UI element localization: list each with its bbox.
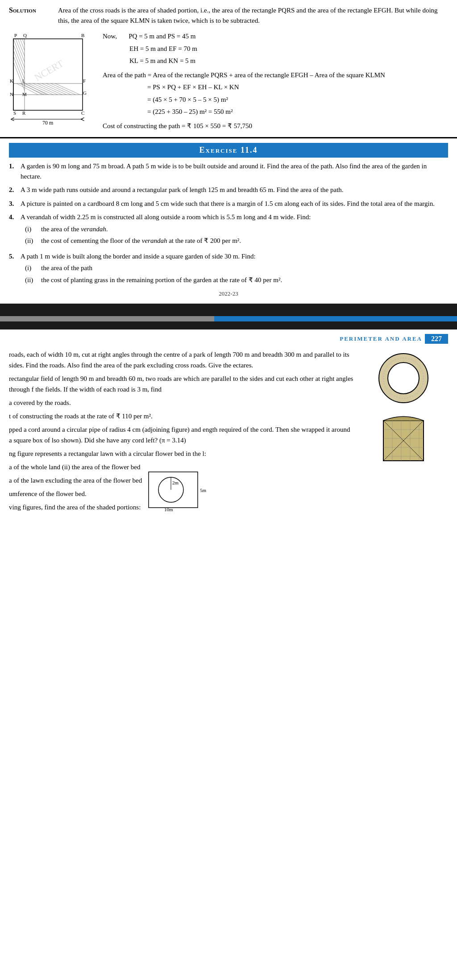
svg-text:2m: 2m — [172, 480, 179, 485]
svg-text:F: F — [83, 78, 86, 83]
lawn-figure-row: a of the whole land (ii) the area of the… — [9, 462, 354, 515]
svg-text:R: R — [22, 110, 26, 116]
svg-text:NCERT: NCERT — [33, 58, 66, 83]
svg-text:P: P — [14, 33, 17, 38]
para-1: roads, each of width 10 m, cut at right … — [9, 349, 354, 371]
bottom-right-figures — [359, 349, 448, 515]
exercise-header: Exercise 11.4 — [9, 143, 448, 158]
svg-text:K: K — [10, 78, 13, 83]
progress-blue — [214, 316, 457, 321]
eq2: = (45 × 5 + 70 × 5 – 5 × 5) m² — [147, 94, 448, 106]
area-statement: Area of the path = Area of the rectangle… — [103, 70, 448, 81]
para-7: a of the whole land (ii) the area of the… — [9, 462, 142, 472]
bottom-paragraphs: roads, each of width 10 m, cut at right … — [9, 349, 354, 515]
q4-sub2-text: the cost of cementing the floor of the v… — [41, 236, 241, 246]
q4-sub1-text: the area of the verandah. — [41, 224, 108, 234]
q5-sublist: (i) the area of the path (ii) the cost o… — [25, 263, 448, 285]
svg-text:C: C — [81, 110, 84, 116]
question-item-1: 1. A garden is 90 m long and 75 m broad.… — [9, 161, 448, 181]
page-topic: PERIMETER AND AREA — [340, 335, 422, 342]
para-10: ving figures, find the area of the shade… — [9, 502, 142, 513]
cost-statement: Cost of constructing the path = ₹ 105 × … — [103, 121, 448, 132]
svg-text:Q: Q — [23, 33, 27, 38]
question-item-5: 5. A path 1 m wide is built along the bo… — [9, 251, 448, 287]
solution-intro: Area of the cross roads is the area of s… — [58, 5, 448, 25]
q5-sub1-text: the area of the path — [41, 263, 92, 273]
para-6: ng figure represents a rectangular lawn … — [9, 448, 354, 459]
svg-text:G: G — [83, 90, 87, 96]
para-3: a covered by the roads. — [9, 397, 354, 408]
dark-bar-top — [0, 304, 457, 316]
q3-num: 3. — [9, 199, 18, 209]
q5-sub1-num: (i) — [25, 263, 38, 273]
svg-text:M: M — [22, 92, 27, 97]
q2-num: 2. — [9, 185, 18, 195]
eq1: = PS × PQ + EF × EH – KL × KN — [147, 82, 448, 93]
dark-bar-bottom — [0, 321, 457, 329]
progress-gray — [0, 316, 214, 321]
diagram-area: P Q B K L F G N M S R C — [9, 30, 98, 133]
solution-section: Solution Area of the cross roads is the … — [0, 0, 457, 138]
year-stamp: 2022-23 — [9, 290, 448, 297]
bottom-left-text: roads, each of width 10 m, cut at right … — [9, 349, 354, 515]
progress-bar — [0, 316, 457, 321]
q4-sublist: (i) the area of the verandah. (ii) the c… — [25, 224, 448, 246]
exercise-section: 1. A garden is 90 m long and 75 m broad.… — [0, 161, 457, 304]
now-label: Now, PQ = 5 m and PS = 45 m — [103, 31, 448, 42]
q5-num: 5. — [9, 251, 18, 287]
cross-road-diagram: P Q B K L F G N M S R C — [9, 30, 94, 128]
solution-label: Solution — [9, 5, 58, 27]
q4-sub2-num: (ii) — [25, 236, 38, 246]
q4-sub2: (ii) the cost of cementing the floor of … — [25, 236, 448, 246]
solution-text: Area of the cross roads is the area of s… — [58, 5, 448, 27]
svg-text:B: B — [81, 33, 84, 38]
measurement-2: EH = 5 m and EF = 70 m — [129, 43, 448, 55]
question-list: 1. A garden is 90 m long and 75 m broad.… — [9, 161, 448, 287]
question-item-2: 2. A 3 m wide path runs outside and arou… — [9, 185, 448, 195]
svg-text:5m: 5m — [200, 488, 207, 493]
q4-num: 4. — [9, 212, 18, 248]
q5-sub2-num: (ii) — [25, 275, 38, 285]
math-content: Now, PQ = 5 m and PS = 45 m EH = 5 m and… — [103, 30, 448, 133]
q5-sub2: (ii) the cost of planting grass in the r… — [25, 275, 448, 285]
svg-text:10m: 10m — [164, 507, 173, 512]
para-4: t of constructing the roads at the rate … — [9, 411, 354, 421]
question-item-4: 4. A verandah of width 2.25 m is constru… — [9, 212, 448, 248]
question-item-3: 3. A picture is painted on a cardboard 8… — [9, 199, 448, 209]
q4-sub1: (i) the area of the verandah. — [25, 224, 448, 234]
q1-num: 1. — [9, 161, 18, 181]
svg-point-48 — [388, 363, 419, 394]
measurement-3: KL = 5 m and KN = 5 m — [129, 55, 448, 67]
para-5: pped a cord around a circular pipe of ra… — [9, 424, 354, 446]
q5-sub2-text: the cost of planting grass in the remain… — [41, 275, 282, 285]
q1-text: A garden is 90 m long and 75 m broad. A … — [21, 161, 448, 181]
q3-text: A picture is painted on a cardboard 8 cm… — [21, 199, 448, 209]
circular-pipe-figure — [374, 349, 432, 407]
bottom-content: roads, each of width 10 m, cut at right … — [9, 349, 448, 515]
para-9: umference of the flower bed. — [9, 488, 142, 499]
q4-sub1-num: (i) — [25, 224, 38, 234]
page-header: PERIMETER AND AREA 227 — [9, 334, 448, 344]
svg-text:N: N — [10, 92, 13, 97]
para-8: a of the lawn excluding the area of the … — [9, 475, 142, 486]
q2-text: A 3 m wide path runs outside and around … — [21, 185, 448, 195]
eq3: = (225 + 350 – 25) m² = 550 m² — [147, 106, 448, 118]
lawn-svg: 2m 5m 10m — [146, 467, 209, 512]
q5-text: A path 1 m wide is built along the borde… — [21, 251, 448, 287]
svg-text:70 m: 70 m — [42, 120, 54, 126]
square-cord-figure — [374, 416, 432, 465]
svg-text:L: L — [22, 78, 25, 83]
q4-text: A verandah of width 2.25 m is constructe… — [21, 212, 448, 248]
q5-sub1: (i) the area of the path — [25, 263, 448, 273]
page-number: 227 — [425, 334, 448, 344]
bottom-section: PERIMETER AND AREA 227 roads, each of wi… — [0, 329, 457, 520]
para-2: rectangular field of length 90 m and bre… — [9, 373, 354, 395]
svg-text:S: S — [13, 110, 16, 116]
lawn-figure: 2m 5m 10m — [146, 467, 209, 515]
